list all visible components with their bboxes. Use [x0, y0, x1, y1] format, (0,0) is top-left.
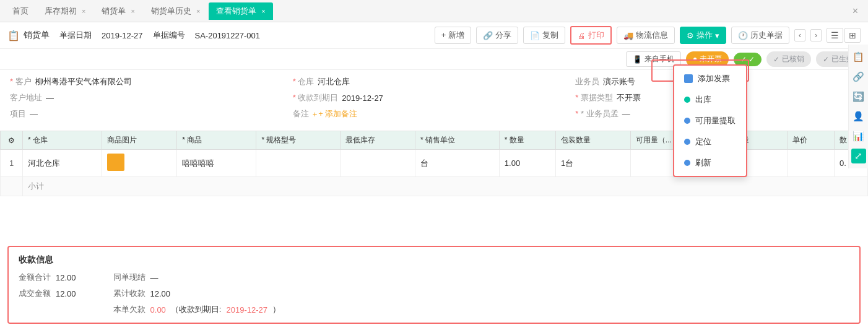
add-invoice-item[interactable]: 添加发票 — [674, 68, 746, 89]
tab-bar: 首页 库存期初 × 销货单 × 销货单历史 × 查看销货单 × × — [0, 0, 868, 22]
list-view-button[interactable]: ☰ — [827, 28, 843, 43]
sidebar-refresh-icon[interactable]: 🔄 — [851, 89, 866, 104]
tab-sales-history-close[interactable]: × — [196, 7, 200, 15]
window-close-button[interactable]: × — [848, 6, 863, 17]
tab-sales-history[interactable]: 销货单历史 × — [144, 2, 207, 20]
history-icon: 🕐 — [738, 31, 748, 40]
locate-icon — [684, 139, 690, 145]
sidebar-doc-icon[interactable]: 📋 — [851, 50, 866, 64]
payment-info-title: 收款信息 — [19, 254, 849, 266]
sidebar-chart-icon[interactable]: 📊 — [851, 129, 866, 144]
this-owed-label: 本单欠款 — [113, 304, 145, 315]
phone-icon: 📱 — [633, 55, 642, 64]
tab-home[interactable]: 首页 — [5, 2, 36, 20]
row-warehouse: 河北仓库 — [23, 150, 102, 177]
product-col-header: * 商品 — [177, 131, 256, 150]
not-open-label: ● 未开票 — [693, 54, 722, 64]
sidebar-expand-icon[interactable]: ⤢ — [851, 149, 866, 163]
spec-col-header: * 规格型号 — [256, 131, 341, 150]
from-phone-button[interactable]: 📱 来自手机 — [626, 51, 681, 67]
amount-total-label: 金额合计 — [19, 272, 51, 283]
refresh-item[interactable]: 刷新 — [674, 152, 746, 173]
print-icon: 🖨 — [578, 31, 586, 40]
copy-button[interactable]: 📄 复制 — [523, 27, 565, 44]
payment-info-box: 收款信息 金额合计 12.00 成交金额 12.00 同单现结 — — [7, 246, 861, 324]
this-owed-row: 本单欠款 0.00 （收款到期日: 2019-12-27 ） — [113, 304, 280, 315]
date-value: 2019-12-27 — [102, 31, 143, 40]
this-owed-value: 0.00 — [150, 305, 166, 315]
plus-icon: + — [313, 110, 318, 119]
sidebar-user-icon[interactable]: 👤 — [851, 109, 866, 124]
payment-info-col-left: 金额合计 12.00 成交金额 12.00 — [19, 272, 76, 315]
check-effective-icon: ✓ — [823, 55, 829, 64]
no-value: SA-20191227-001 — [195, 31, 261, 40]
settings-col-header[interactable]: ⚙ — [1, 131, 23, 150]
doc-icon: 📋 — [7, 30, 20, 41]
salesman-value: — — [622, 110, 630, 119]
outbound-item[interactable]: 出库 — [674, 89, 746, 110]
row-number: 1 — [1, 150, 23, 177]
doc-meta: 单据日期 2019-12-27 单据编号 SA-20191227-001 — [59, 30, 260, 41]
staff-value: 演示账号 — [603, 76, 635, 87]
add-remark-button[interactable]: + + 添加备注 — [313, 108, 358, 119]
pkg-qty-col-header: 包装数量 — [555, 131, 630, 150]
nav-prev-button[interactable]: ‹ — [794, 29, 805, 41]
history-button[interactable]: 🕐 历史单据 — [731, 27, 789, 44]
row-spec — [256, 150, 341, 177]
row-price — [787, 150, 834, 177]
voided-button[interactable]: ✓ 已核销 — [766, 51, 811, 67]
print-button[interactable]: 🖨 打印 — [570, 26, 612, 45]
row-unit: 台 — [415, 150, 500, 177]
new-button[interactable]: + 新增 — [435, 27, 471, 44]
payment-date-value: 2019-12-27 — [342, 93, 383, 103]
product-thumbnail — [107, 154, 124, 171]
doc-actions: + 新增 🔗 分享 📄 复制 🖨 打印 🚚 物流信息 — [435, 26, 861, 45]
share-button[interactable]: 🔗 分享 — [476, 27, 518, 44]
subtotal-label — [1, 177, 23, 196]
operate-icon: ⚙ — [687, 31, 694, 40]
sidebar-link-icon[interactable]: 🔗 — [851, 69, 866, 84]
add-invoice-icon — [684, 74, 693, 83]
tab-view-sales-close[interactable]: × — [261, 7, 265, 15]
project-value: — — [30, 110, 38, 119]
locate-label: 定位 — [695, 136, 711, 147]
address-value: — — [46, 93, 54, 103]
payment-date-field: 收款到期日 2019-12-27 — [293, 92, 576, 103]
available-qty-item[interactable]: 可用量提取 — [674, 110, 746, 131]
deal-amount-label: 成交金额 — [19, 288, 51, 299]
date-label: 单据日期 — [59, 30, 92, 41]
img-col-header: 商品图片 — [102, 131, 177, 150]
operate-button[interactable]: ⚙ 操作 ▾ — [680, 27, 726, 44]
locate-item[interactable]: 定位 — [674, 131, 746, 152]
nav-next-button[interactable]: › — [810, 29, 822, 41]
from-phone-label: 来自手机 — [644, 54, 674, 64]
same-settlement-label: 同单现结 — [113, 272, 145, 283]
invoice-label: 票据类型 — [575, 92, 613, 103]
customer-field: 客户 柳州粤港平安气体有限公司 — [10, 76, 293, 87]
address-label: 客户地址 — [10, 92, 42, 103]
check-voided-icon: ✓ — [773, 55, 779, 64]
remark-field: 备注 + + 添加备注 — [293, 108, 576, 119]
tab-view-sales[interactable]: 查看销货单 × — [209, 2, 272, 20]
tab-sales[interactable]: 销货单 × — [94, 2, 142, 20]
deal-amount-value: 12.00 — [56, 289, 76, 298]
warehouse-field: 仓库 河北仓库 — [293, 76, 576, 87]
tab-inventory-close[interactable]: × — [82, 7, 85, 15]
accumulated-value: 12.00 — [150, 289, 171, 298]
warehouse-value: 河北仓库 — [318, 76, 350, 87]
logistics-button[interactable]: 🚚 物流信息 — [617, 27, 675, 44]
grid-view-button[interactable]: ⊞ — [844, 28, 861, 43]
doc-title: 📋 销货单 — [7, 30, 50, 41]
voided-label: 已核销 — [782, 54, 804, 64]
row-img — [102, 150, 177, 177]
project-field: 项目 — — [10, 108, 293, 119]
invoice-value: 不开票 — [617, 92, 641, 103]
tab-sales-close[interactable]: × — [131, 7, 134, 15]
available-qty-icon — [684, 118, 690, 124]
refresh-icon — [684, 160, 690, 166]
accumulated-label: 累计收款 — [113, 288, 145, 299]
doc-header: 📋 销货单 单据日期 2019-12-27 单据编号 SA-20191227-0… — [0, 22, 868, 49]
tab-inventory[interactable]: 库存期初 × — [37, 2, 93, 20]
warehouse-col-header: * 仓库 — [23, 131, 102, 150]
outbound-label: 出库 — [695, 94, 711, 105]
